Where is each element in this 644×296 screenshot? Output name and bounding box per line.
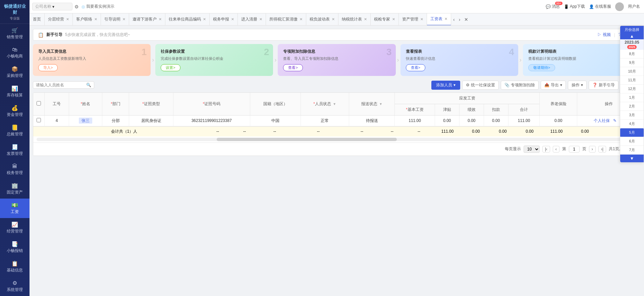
month-item-1月[interactable]: 1月 <box>620 93 644 102</box>
select-all-checkbox[interactable] <box>37 101 41 105</box>
tab-所得税汇算清缴[interactable]: 所得税汇算清缴✕ <box>266 13 306 26</box>
sidebar-item-销售管理[interactable]: 🛒 销售管理 <box>0 24 30 43</box>
search-input[interactable] <box>36 83 86 87</box>
tab-close-all-button[interactable]: ✕ <box>462 17 470 22</box>
sidebar-item-资金管理[interactable]: 💰 资金管理 <box>0 101 30 121</box>
tab-资产管理[interactable]: 资产管理✕ <box>399 13 427 26</box>
tab-纳税统计表[interactable]: 纳税统计表✕ <box>338 13 371 26</box>
guide-video-button[interactable]: ▷ 视频 <box>597 32 610 38</box>
tab-工资表[interactable]: 工资表✕ <box>427 13 451 26</box>
month-item-6月[interactable]: 6月 <box>620 137 644 146</box>
avatar[interactable] <box>615 2 624 11</box>
add-person-button[interactable]: 添加人员 ▾ <box>431 81 460 90</box>
tab-close-button[interactable]: ✕ <box>159 17 162 22</box>
prev-page-button[interactable]: ‹ <box>553 146 559 153</box>
month-item-9月[interactable]: 9月 <box>620 58 644 67</box>
step-button-4[interactable]: 查看> <box>406 64 425 71</box>
step-button-1[interactable]: 导入> <box>38 64 58 71</box>
month-item-5月[interactable]: 5月 <box>620 128 644 137</box>
personal-insurance-button[interactable]: 个人社保 <box>594 118 610 123</box>
tab-close-button[interactable]: ✕ <box>122 17 125 22</box>
month-item-10月[interactable]: 10月 <box>620 67 644 76</box>
send-status-filter-icon[interactable]: ▼ <box>379 102 382 106</box>
tab-邀请下游客户[interactable]: 邀请下游客户✕ <box>129 13 165 26</box>
month-item-11月[interactable]: 11月 <box>620 76 644 85</box>
page-input[interactable] <box>569 146 580 153</box>
sidebar-item-固定资产[interactable]: 🏢 固定资产 <box>0 179 30 199</box>
tab-close-button[interactable]: ✕ <box>231 17 234 22</box>
company-selector[interactable]: 公司名称 ▾ <box>32 3 72 10</box>
message-button[interactable]: 💬 消息 99+ <box>546 4 560 9</box>
tab-label: 往来单位商品编码 <box>169 16 201 22</box>
sidebar-item-总账管理[interactable]: 📒 总账管理 <box>0 121 30 140</box>
row-checkbox[interactable] <box>37 118 41 122</box>
month-panel-up-button[interactable]: ▲ <box>620 33 644 39</box>
tab-close-button[interactable]: ✕ <box>332 17 335 22</box>
tab-税检专家[interactable]: 税检专家✕ <box>371 13 399 26</box>
edit-button[interactable]: ✎ <box>613 118 616 123</box>
tab-close-button[interactable]: ✕ <box>444 17 447 21</box>
month-item-3月[interactable]: 3月 <box>620 111 644 120</box>
sidebar-item-基础信息[interactable]: 📋 基础信息 <box>0 257 30 277</box>
tab-往来单位商品编码[interactable]: 往来单位商品编码✕ <box>165 13 210 26</box>
month-panel-down-button[interactable]: ▼ <box>620 155 644 162</box>
tab-close-button[interactable]: ✕ <box>259 17 262 22</box>
month-item-12月[interactable]: 12月 <box>620 85 644 93</box>
tab-close-button[interactable]: ✕ <box>420 17 423 22</box>
tab-close-button[interactable]: ✕ <box>66 17 69 22</box>
tab-close-button[interactable]: ✕ <box>300 17 303 22</box>
tab-进入清册[interactable]: 进入清册✕ <box>238 13 266 26</box>
export-button[interactable]: 📤 导出 ▾ <box>541 81 566 90</box>
last-page-button[interactable]: ›| <box>598 146 606 153</box>
step-button-2[interactable]: 设置> <box>161 64 180 71</box>
status-cell: 正常 <box>301 115 349 126</box>
tab-分层经营[interactable]: 分层经营✕ <box>45 13 73 26</box>
status-filter-icon[interactable]: ▼ <box>333 102 336 106</box>
chevron-down-icon: ▾ <box>453 83 455 87</box>
sidebar-item-采购管理[interactable]: 📦 采购管理 <box>0 62 30 82</box>
tab-税务申报[interactable]: 税务申报✕ <box>210 13 238 26</box>
tab-首页[interactable]: 首页 <box>30 13 45 26</box>
month-item-4月[interactable]: 4月 <box>620 120 644 128</box>
unify-set-button[interactable]: ⚙ 统一社保设置 <box>462 81 499 90</box>
tab-prev-button[interactable]: ‹ <box>451 17 457 22</box>
step-button-5[interactable]: 敬请期待> <box>528 64 555 71</box>
sidebar-item-税务管理[interactable]: 🏛 税务管理 <box>0 160 30 179</box>
step-desc: 查看、导入员工专项附加扣除信息 <box>283 56 390 61</box>
tab-close-button[interactable]: ✕ <box>94 17 97 22</box>
action-button[interactable]: 操作 ▾ <box>568 81 587 90</box>
tab-税负波动表[interactable]: 税负波动表✕ <box>306 13 338 26</box>
guide-button[interactable]: ❓ 新手引导 <box>589 81 619 90</box>
online-service-button[interactable]: 👤 在线客服 <box>589 4 611 9</box>
tab-引导说明[interactable]: 引导说明✕ <box>101 13 129 26</box>
app-download-button[interactable]: 📱 App下载 <box>564 4 585 9</box>
next-page-button[interactable]: › <box>589 146 596 153</box>
sidebar-item-经营管理[interactable]: 📈 经营管理 <box>0 218 30 238</box>
sidebar-item-label: 基础信息 <box>7 268 23 272</box>
tab-客户联络[interactable]: 客户联络✕ <box>73 13 101 26</box>
search-icon[interactable]: 🔍 <box>86 83 91 87</box>
tab-close-button[interactable]: ✕ <box>392 17 395 22</box>
month-item-2月[interactable]: 2月 <box>620 102 644 111</box>
per-page-select[interactable]: 10 20 50 <box>524 145 540 153</box>
pension-cell: 0.00 <box>540 115 577 126</box>
sidebar-item-工资[interactable]: 💵 工资 <box>0 199 30 218</box>
horizontal-scrollbar[interactable] <box>37 138 637 141</box>
sidebar-item-小畅报销[interactable]: 📑 小畅报销 <box>0 238 30 257</box>
month-item-7月[interactable]: 7月 <box>620 146 644 155</box>
sidebar-item-库存核算[interactable]: 📊 库存核算 <box>0 82 30 101</box>
month-item-8月[interactable]: 8月 <box>620 50 644 58</box>
special-deduct-button[interactable]: 📎 专项附加扣除 <box>501 81 539 90</box>
sidebar-item-系统管理[interactable]: ⚙ 系统管理 <box>0 277 30 296</box>
first-page-button[interactable]: |‹ <box>542 146 550 153</box>
sidebar-item-发票管理[interactable]: 🧾 发票管理 <box>0 140 30 160</box>
username[interactable]: 用户名 <box>628 4 640 9</box>
step-button-3[interactable]: 查看> <box>283 64 303 71</box>
tab-close-button[interactable]: ✕ <box>364 17 367 22</box>
tab-next-button[interactable]: › <box>457 17 463 22</box>
demo-button[interactable]: ◎ 我要看实例演示 <box>82 4 114 9</box>
scrollbar-thumb[interactable] <box>217 138 397 141</box>
settings-button[interactable]: ⚙ <box>74 4 79 9</box>
tab-close-button[interactable]: ✕ <box>203 17 206 22</box>
sidebar-item-小畅电商[interactable]: 🛍 小畅电商 <box>0 43 30 62</box>
